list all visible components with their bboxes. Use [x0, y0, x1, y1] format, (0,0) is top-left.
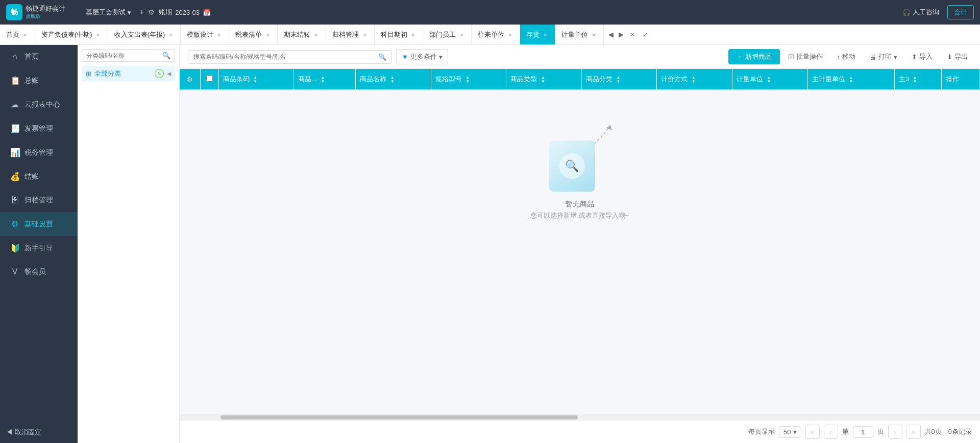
settings-icon[interactable]: ⚙ — [148, 8, 155, 16]
tab-period-transfer[interactable]: 期末结转 × — [278, 25, 326, 44]
page-first-btn[interactable]: « — [805, 425, 820, 439]
sidebar-item-reports[interactable]: ☁ 云报表中心 — [0, 92, 78, 116]
tab-dept-staff-close[interactable]: × — [458, 31, 465, 38]
export-button[interactable]: ⬇ 导出 — [943, 50, 972, 64]
tab-template[interactable]: 模版设计 × — [181, 25, 229, 44]
tab-expand[interactable]: ⤢ — [639, 31, 652, 38]
sidebar-item-home[interactable]: ⌂ 首页 — [0, 45, 78, 68]
category-search-box[interactable]: 🔍 — [82, 49, 175, 62]
add-product-button[interactable]: ＋ 新增商品 — [728, 49, 780, 64]
sidebar-archive-label: 归档管理 — [24, 196, 53, 205]
tab-tax-list-close[interactable]: × — [264, 31, 271, 38]
consult-button[interactable]: 🎧 人工咨询 — [898, 6, 943, 19]
add-icon: ＋ — [737, 52, 743, 61]
headset-icon: 🎧 — [902, 9, 911, 16]
sort-spec[interactable]: ▲▼ — [465, 76, 470, 84]
cancel-fixed-button[interactable]: ◀ 取消固定 — [0, 422, 78, 443]
tab-template-label: 模版设计 — [187, 30, 213, 39]
tab-counterparty[interactable]: 往来单位 × — [472, 25, 520, 44]
col-check[interactable] — [200, 69, 218, 89]
tab-home-close[interactable]: × — [21, 31, 29, 38]
category-search-icon[interactable]: 🔍 — [162, 52, 170, 59]
sidebar-item-settings[interactable]: ⚙ 基础设置 — [0, 212, 78, 236]
sort-category[interactable]: ▲▼ — [616, 76, 620, 84]
sort-name[interactable]: ▲▼ — [390, 76, 395, 84]
sort-type[interactable]: ▲▼ — [541, 76, 545, 84]
tab-period-transfer-close[interactable]: × — [312, 31, 320, 38]
sidebar-item-tax[interactable]: 📊 税务管理 — [0, 141, 78, 165]
tab-balance-sheet[interactable]: 资产负债表(中期) × — [35, 25, 108, 44]
product-search-icon[interactable]: 🔍 — [378, 53, 386, 61]
batch-button[interactable]: ☑ 批量操作 — [784, 50, 827, 64]
tab-income[interactable]: 收入支出表(年报) × — [108, 25, 181, 44]
tab-nav-left[interactable]: ◀ — [606, 30, 616, 40]
sidebar-item-member[interactable]: V 畅会员 — [0, 260, 78, 284]
page-input[interactable] — [853, 426, 873, 438]
page-label: 第 — [842, 427, 849, 436]
category-search-input[interactable] — [86, 52, 159, 59]
horizontal-scrollbar[interactable] — [180, 414, 980, 420]
sort-main-unit[interactable]: ▲▼ — [849, 76, 853, 84]
tab-income-close[interactable]: × — [167, 31, 174, 38]
import-icon: ⬆ — [912, 53, 917, 61]
per-page-select[interactable]: 50 ▾ — [779, 426, 801, 438]
col-gear[interactable]: ⚙ — [180, 69, 200, 89]
tab-balance-sheet-close[interactable]: × — [94, 31, 102, 38]
tab-subject-init-close[interactable]: × — [409, 31, 416, 38]
tab-template-close[interactable]: × — [215, 31, 223, 38]
sidebar-ledger-label: 总账 — [24, 76, 39, 85]
product-search-input[interactable] — [193, 53, 375, 60]
sidebar-tax-label: 税务管理 — [24, 148, 53, 157]
total-records: 共0页，0条记录 — [925, 427, 972, 436]
category-all[interactable]: ⊞ 全部分类 ✎ ◀ — [82, 66, 175, 81]
sort-extra[interactable]: ▲▼ — [913, 76, 917, 84]
sort-unit[interactable]: ▲▼ — [767, 76, 771, 84]
sort-price[interactable]: ▲▼ — [692, 76, 696, 84]
tab-unit-close[interactable]: × — [590, 31, 597, 38]
company-selector[interactable]: 基层工会测试 ▾ — [82, 6, 135, 19]
reports-icon: ☁ — [10, 100, 19, 109]
product-search-wrap[interactable]: 🔍 — [188, 50, 392, 64]
export-icon: ⬇ — [947, 53, 952, 61]
sidebar-item-archive[interactable]: 🗄 归档管理 — [0, 189, 78, 212]
tab-counterparty-close[interactable]: × — [506, 31, 513, 38]
tab-inventory-close[interactable]: × — [542, 31, 549, 38]
product-table-container: ⚙ 商品条码 ▲▼ 商品... — [180, 69, 980, 414]
move-button[interactable]: ↕ 移动 — [833, 50, 860, 64]
tab-subject-init[interactable]: 科目期初 × — [375, 25, 423, 44]
select-all-checkbox[interactable] — [206, 75, 213, 82]
more-conditions-button[interactable]: ▼ 更多条件 ▾ — [396, 49, 448, 64]
sidebar-item-settlement[interactable]: 💰 结账 — [0, 165, 78, 189]
calendar-icon[interactable]: 📅 — [203, 9, 211, 16]
page-prev-btn[interactable]: ‹ — [824, 425, 838, 439]
add-label: 新增商品 — [745, 52, 772, 61]
col-spec: 规格型号 ▲▼ — [431, 69, 506, 89]
page-last-btn[interactable]: » — [906, 425, 921, 439]
page-end-label: 页 — [877, 427, 884, 436]
tab-close-all[interactable]: × — [626, 31, 639, 38]
tab-inventory[interactable]: 存货 × — [520, 25, 555, 44]
print-button[interactable]: 🖨 打印 ▾ — [866, 50, 901, 64]
tab-archive[interactable]: 归档管理 × — [326, 25, 375, 44]
sort-code[interactable]: ▲▼ — [321, 76, 325, 84]
tab-home-label: 首页 — [6, 30, 19, 39]
sidebar-item-ledger[interactable]: 📋 总账 — [0, 68, 78, 92]
tab-dept-staff[interactable]: 部门员工 × — [423, 25, 472, 44]
tab-home[interactable]: 首页 × — [0, 25, 35, 44]
tab-nav-right[interactable]: ▶ — [616, 30, 626, 40]
scrollbar-thumb[interactable] — [220, 415, 578, 419]
sort-barcode[interactable]: ▲▼ — [253, 76, 257, 84]
tab-archive-close[interactable]: × — [361, 31, 368, 38]
more-conditions-chevron: ▾ — [439, 53, 443, 61]
tab-unit[interactable]: 计量单位 × — [555, 25, 604, 44]
tab-tax-list[interactable]: 税表清单 × — [229, 25, 278, 44]
import-button[interactable]: ⬆ 导入 — [908, 50, 937, 64]
sidebar-item-guide[interactable]: 🔰 新手引导 — [0, 236, 78, 260]
home-icon: ⌂ — [10, 52, 19, 61]
sidebar-item-invoice[interactable]: 🧾 发票管理 — [0, 116, 78, 141]
category-collapse-icon[interactable]: ◀ — [167, 71, 171, 77]
page-next-btn[interactable]: › — [888, 425, 902, 439]
category-edit-icon[interactable]: ✎ — [155, 69, 164, 78]
add-tab-icon[interactable]: + — [139, 8, 144, 17]
kuaiji-button[interactable]: 会计 — [947, 5, 974, 19]
